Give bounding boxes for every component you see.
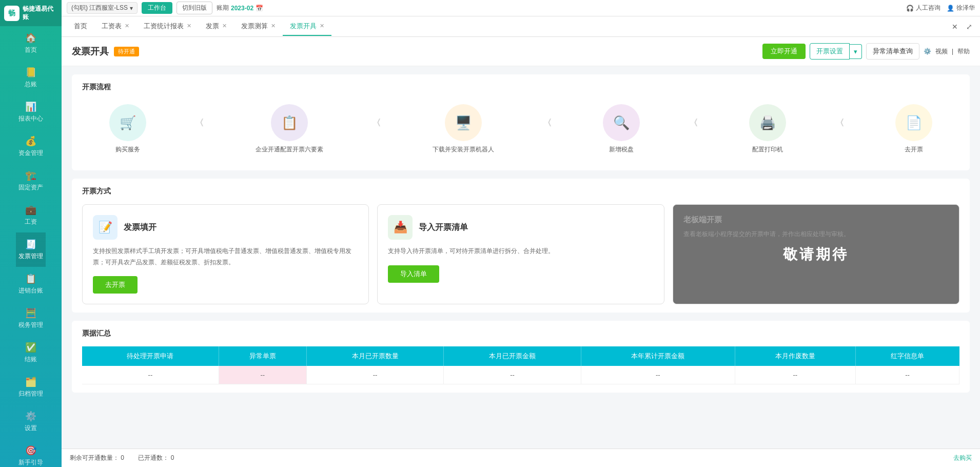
opened-label: 已开通数：: [138, 454, 169, 461]
flow-step-add-taxdisk[interactable]: 🔍 新增税盘: [603, 104, 640, 154]
help-label: 帮助: [957, 47, 970, 56]
tab-invoice-calc[interactable]: 发票测算✕: [234, 17, 283, 36]
settings-dropdown-button[interactable]: ▾: [850, 44, 862, 59]
sidebar-item-tax[interactable]: 🧮 税务管理: [16, 301, 46, 336]
old-terminal-overlay: 敬请期待: [673, 205, 959, 304]
import-billing-button[interactable]: 导入清单: [388, 265, 439, 283]
summary-cell-0: --: [82, 366, 219, 384]
sidebar-item-guide[interactable]: 🎯 新手引导: [16, 439, 46, 467]
tab-salary-report[interactable]: 工资统计报表✕: [136, 17, 199, 36]
tab-close-salary[interactable]: ✕: [125, 23, 129, 29]
customer-service-button[interactable]: 🎧 人工咨询: [906, 4, 940, 12]
close-tab-button[interactable]: ✕: [949, 22, 961, 32]
period-label: 账期: [217, 4, 229, 12]
old-version-button[interactable]: 切到旧版: [177, 2, 212, 14]
sidebar-item-invoice-mgmt[interactable]: 🧾 发票管理: [16, 232, 46, 267]
sidebar-label-tax: 税务管理: [18, 321, 43, 329]
coming-soon-text: 敬请期待: [783, 245, 849, 264]
remaining-label: 剩余可开通数量：: [70, 454, 119, 461]
tab-home[interactable]: 首页: [67, 17, 94, 36]
assets-icon: 🏗️: [25, 170, 36, 181]
logo-icon: 畅: [4, 6, 19, 21]
user-profile-button[interactable]: 👤 徐泽华: [947, 4, 975, 12]
import-card-title: 导入开票清单: [419, 222, 468, 233]
period-selector[interactable]: 账期 2023-02 📅: [217, 4, 263, 12]
tab-salary[interactable]: 工资表✕: [94, 17, 136, 36]
tab-close-invoice-tool[interactable]: ✕: [320, 23, 324, 29]
summary-col-红字信息单: 红字信息单: [856, 346, 959, 366]
flow-step-start-billing[interactable]: 📄 去开票: [895, 104, 932, 154]
content-area: 开票流程 🛒 购买服务 〈〈 📋 企业开通配置开票六要素 〈〈 🖥️ 下载并安装…: [62, 66, 980, 409]
import-card-desc: 支持导入待开票清单，可对待开票清单进行拆分、合并处理。: [388, 246, 653, 257]
tab-invoice-tool[interactable]: 发票开具✕: [283, 17, 331, 36]
sidebar-item-purchase-sale[interactable]: 📋 进销台账: [16, 267, 46, 301]
avatar-icon: 👤: [947, 5, 954, 12]
tab-close-invoice[interactable]: ✕: [222, 23, 227, 29]
sidebar-item-home[interactable]: 🏠 首页: [16, 26, 46, 61]
topbar: (勾职) 江西服室-LSS ▾ 工作台 切到旧版 账期 2023-02 📅 🎧 …: [62, 0, 980, 16]
guide-icon: 🎯: [25, 445, 36, 456]
funds-icon: 💰: [25, 135, 36, 147]
sidebar-item-settlement[interactable]: ✅ 结账: [16, 336, 46, 370]
sidebar-label-assets: 固定资产: [18, 183, 43, 192]
flow-step-buy-service[interactable]: 🛒 购买服务: [109, 104, 146, 154]
tab-invoice[interactable]: 发票✕: [199, 17, 234, 36]
calendar-icon: 📅: [256, 5, 263, 12]
flow-arrow-2: 〈〈: [548, 118, 549, 127]
summary-col-待处理开票申请: 待处理开票申请: [82, 346, 219, 366]
billing-flow-title: 开票流程: [82, 83, 959, 92]
sidebar-label-settlement: 结账: [25, 355, 37, 364]
sidebar-label-settings: 设置: [25, 424, 37, 433]
flow-arrow-4: 〈〈: [840, 118, 841, 127]
period-value: 2023-02: [231, 5, 253, 12]
summary-col-本年累计开票金额: 本年累计开票金额: [581, 346, 735, 366]
tab-label-salary: 工资表: [102, 22, 122, 31]
sidebar-item-settings[interactable]: ⚙️ 设置: [16, 404, 46, 439]
sidebar-item-reports[interactable]: 📊 报表中心: [16, 95, 46, 129]
manual-card-icon: 📝: [93, 215, 117, 240]
summary-cell-5: --: [735, 366, 855, 384]
tab-label-invoice: 发票: [206, 22, 219, 31]
abnormal-query-button[interactable]: 异常清单查询: [866, 43, 919, 60]
invoice-mgmt-icon: 🧾: [25, 239, 36, 250]
import-card-header: 📥 导入开票清单: [388, 215, 653, 240]
restore-tab-button[interactable]: ⤢: [964, 22, 975, 32]
reports-icon: 📊: [25, 101, 36, 112]
tab-label-invoice-tool: 发票开具: [290, 22, 317, 31]
summary-cell-1: --: [219, 366, 306, 384]
summary-title: 票据汇总: [82, 329, 959, 338]
page-title-row: 发票开具 待开通: [72, 45, 139, 57]
sidebar-label-invoice-mgmt: 发票管理: [18, 252, 43, 261]
topbar-left: (勾职) 江西服室-LSS ▾ 工作台 切到旧版 账期 2023-02 📅: [67, 2, 263, 14]
billing-flow-section: 开票流程 🛒 购买服务 〈〈 📋 企业开通配置开票六要素 〈〈 🖥️ 下载并安装…: [72, 74, 970, 170]
sidebar-item-salary[interactable]: 💼 工资: [16, 198, 46, 232]
flow-step-config-printer[interactable]: 🖨️ 配置打印机: [749, 104, 786, 154]
billing-methods-section: 开票方式 📝 发票填开 支持按照发票样式手工填开发票；可开具增值税电子普通发票、…: [72, 179, 970, 313]
settings-icon: ⚙️: [924, 48, 931, 55]
immediate-open-button[interactable]: 立即开通: [762, 44, 806, 59]
summary-section: 票据汇总 待处理开票申请异常单票本月已开票数量本月已开票金额本年累计开票金额本月…: [72, 321, 970, 393]
company-selector[interactable]: (勾职) 江西服室-LSS ▾: [67, 2, 138, 14]
salary-icon: 💼: [25, 204, 36, 216]
flow-step-download-robot[interactable]: 🖥️ 下载并安装开票机器人: [433, 104, 494, 154]
manual-card-header: 📝 发票填开: [93, 215, 358, 240]
flow-step-enterprise-setup[interactable]: 📋 企业开通配置开票六要素: [256, 104, 323, 154]
flow-step-label-add-taxdisk: 新增税盘: [609, 145, 634, 154]
sidebar-item-funds[interactable]: 💰 资金管理: [16, 129, 46, 164]
sidebar-logo[interactable]: 畅 畅捷通易代账: [0, 0, 62, 26]
sidebar-item-ledger[interactable]: 📒 总账: [16, 61, 46, 95]
tab-close-invoice-calc[interactable]: ✕: [271, 23, 276, 29]
user-name: 徐泽华: [956, 4, 975, 12]
sidebar-item-archive[interactable]: 🗂️ 归档管理: [16, 370, 46, 404]
sidebar-label-ledger: 总账: [25, 80, 37, 89]
tab-close-salary-report[interactable]: ✕: [187, 23, 191, 29]
manual-billing-button[interactable]: 去开票: [93, 276, 138, 294]
page-title: 发票开具: [72, 45, 109, 57]
workspace-button[interactable]: 工作台: [142, 2, 172, 14]
goto-purchase-link[interactable]: 去购买: [953, 454, 972, 462]
settings-button[interactable]: 开票设置: [810, 43, 850, 60]
flow-step-label-start-billing: 去开票: [905, 145, 923, 154]
sidebar-item-assets[interactable]: 🏗️ 固定资产: [16, 164, 46, 198]
import-card-icon: 📥: [388, 215, 413, 240]
purchase-sale-icon: 📋: [25, 273, 36, 284]
